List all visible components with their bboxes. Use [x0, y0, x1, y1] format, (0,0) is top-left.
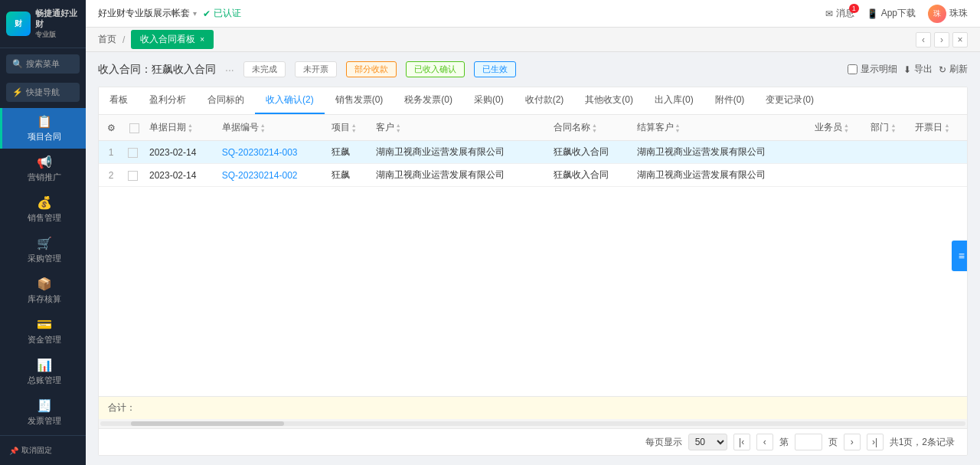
col-open-date: 开票日 ▲▼ — [910, 115, 967, 141]
sort-number[interactable]: 单据编号 ▲▼ — [222, 121, 266, 134]
sidebar-item-capital[interactable]: 💳 资金管理 — [0, 311, 86, 352]
refresh-button[interactable]: ↻ 刷新 — [939, 63, 968, 76]
sidebar-item-label: 销售管理 — [28, 212, 61, 224]
settings-icon[interactable]: ⚙ — [107, 123, 116, 133]
sidebar-item-general[interactable]: 📊 总账管理 — [0, 352, 86, 392]
scrollbar-thumb[interactable] — [131, 421, 284, 426]
app-download-button[interactable]: 📱 App下载 — [867, 7, 916, 20]
sort-department[interactable]: 部门 ▲▼ — [871, 121, 896, 134]
sort-settle-customer[interactable]: 结算客户 ▲▼ — [637, 121, 681, 134]
tab-payment[interactable]: 收付款(2) — [514, 87, 575, 114]
tab-change-log[interactable]: 变更记录(0) — [755, 87, 825, 114]
sort-salesman[interactable]: 业务员 ▲▼ — [815, 121, 849, 134]
row-department — [866, 164, 910, 187]
user-menu[interactable]: 珠 珠珠 — [928, 5, 968, 23]
status-btn-uninvoiced[interactable]: 未开票 — [295, 61, 337, 77]
pagination-page-suffix: 页 — [828, 436, 838, 449]
row-number-link[interactable]: SQ-20230214-003 — [222, 147, 298, 158]
row-num: 2 — [99, 164, 123, 187]
company-name: 好业财专业版展示帐套 — [98, 7, 190, 20]
quick-nav-button[interactable]: ⚡ 快捷导航 — [6, 83, 80, 102]
per-page-select[interactable]: 20 50 100 — [688, 434, 727, 450]
tab-profit[interactable]: 盈利分析 — [139, 87, 197, 114]
table-row[interactable]: 2 2023-02-14 SQ-20230214-002 狂飙 湖南卫视商业运营… — [99, 164, 967, 187]
horizontal-scrollbar[interactable] — [99, 419, 967, 428]
pagination-first-button[interactable]: |‹ — [733, 434, 750, 450]
sidebar-item-purchase[interactable]: 🛒 采购管理 — [0, 230, 86, 270]
contract-title-prefix: 收入合同： — [98, 63, 152, 75]
status-btn-incomplete[interactable]: 未完成 — [243, 61, 286, 77]
certified-text: 已认证 — [214, 7, 241, 20]
project-icon: 📋 — [37, 114, 52, 129]
sidebar-item-inventory[interactable]: 📦 库存核算 — [0, 270, 86, 311]
status-btn-confirmed[interactable]: 已收入确认 — [406, 61, 465, 77]
contract-more-button[interactable]: ··· — [225, 64, 234, 76]
row-check[interactable] — [123, 164, 145, 187]
sidebar-item-project[interactable]: 📋 项目合同 — [0, 108, 86, 149]
export-button[interactable]: ⬇ 导出 — [903, 63, 933, 76]
status-btn-effective[interactable]: 已生效 — [474, 61, 516, 77]
pagination-page-prefix: 第 — [779, 436, 789, 449]
scrollbar-track — [100, 421, 965, 426]
col-settle-customer: 结算客户 ▲▼ — [632, 115, 810, 141]
col-settings: ⚙ — [99, 115, 123, 141]
app-download-icon: 📱 — [867, 8, 878, 19]
tab-next-button[interactable]: › — [934, 32, 949, 47]
row-number: SQ-20230214-003 — [217, 141, 327, 164]
sidebar-item-sales[interactable]: 💰 销售管理 — [0, 189, 86, 230]
pagination-next-button[interactable]: › — [844, 434, 861, 450]
capital-icon: 💳 — [37, 317, 52, 332]
sort-contract[interactable]: 合同名称 ▲▼ — [554, 121, 597, 134]
row-number-link[interactable]: SQ-20230214-002 — [222, 170, 298, 181]
sidebar-item-invoice[interactable]: 🧾 发票管理 — [0, 392, 86, 433]
refresh-icon: ↻ — [939, 64, 946, 75]
inventory-icon: 📦 — [37, 277, 52, 291]
pagination-last-button[interactable]: ›| — [867, 434, 884, 450]
sidebar-menu: 📋 项目合同 📢 营销推广 💰 销售管理 🛒 采购管理 📦 库存核算 💳 资金管… — [0, 108, 86, 435]
tab-nav: ‹ › × — [916, 32, 968, 47]
company-selector-arrow: ▾ — [193, 9, 197, 18]
sort-open-date[interactable]: 开票日 ▲▼ — [915, 121, 949, 134]
sort-date[interactable]: 单据日期 ▲▼ — [149, 121, 193, 134]
float-expand-button[interactable]: ≡ — [952, 241, 967, 271]
search-menu-button[interactable]: 🔍 搜索菜单 — [6, 54, 80, 74]
message-button[interactable]: ✉ 1 消息 — [825, 7, 854, 20]
tab-income-confirm[interactable]: 收入确认(2) — [255, 87, 325, 114]
tab-close-icon[interactable]: × — [200, 35, 204, 44]
col-contract: 合同名称 ▲▼ — [549, 115, 632, 141]
tab-warehouse[interactable]: 出入库(0) — [644, 87, 704, 114]
table-footer: 合计： — [99, 396, 967, 419]
cancel-fixed-button[interactable]: 📌 取消固定 — [6, 442, 80, 459]
sidebar-item-label: 采购管理 — [28, 253, 61, 264]
tab-subject[interactable]: 合同标的 — [197, 87, 255, 114]
sidebar-item-marketing[interactable]: 📢 营销推广 — [0, 149, 86, 189]
sort-customer[interactable]: 客户 ▲▼ — [376, 121, 401, 134]
tab-attachment[interactable]: 附件(0) — [704, 87, 756, 114]
status-btn-partial-payment[interactable]: 部分收款 — [346, 61, 397, 77]
tab-kanban[interactable]: 看板 — [99, 87, 139, 114]
tab-prev-button[interactable]: ‹ — [916, 32, 931, 47]
col-date: 单据日期 ▲▼ — [145, 115, 217, 141]
app-sub: 专业版 — [35, 30, 80, 40]
table-row[interactable]: 1 2023-02-14 SQ-20230214-003 狂飙 湖南卫视商业运营… — [99, 141, 967, 164]
company-selector[interactable]: 好业财专业版展示帐套 ▾ — [98, 7, 197, 20]
tab-tax-invoice[interactable]: 税务发票(0) — [394, 87, 463, 114]
refresh-label: 刷新 — [949, 63, 968, 76]
row-open-date — [910, 164, 967, 187]
show-detail-checkbox-label[interactable]: 显示明细 — [848, 63, 897, 76]
tab-close-button[interactable]: × — [952, 32, 968, 47]
tab-income-contract[interactable]: 收入合同看板 × — [131, 30, 214, 49]
tab-sales-invoice[interactable]: 销售发票(0) — [325, 87, 394, 114]
pagination-prev-button[interactable]: ‹ — [756, 434, 773, 450]
logo-icon: 财 — [6, 11, 31, 36]
tab-purchase[interactable]: 采购(0) — [463, 87, 514, 114]
sort-project[interactable]: 项目 ▲▼ — [332, 121, 357, 134]
pagination-page-input[interactable]: 1 — [795, 434, 822, 450]
tab-other[interactable]: 其他收支(0) — [574, 87, 644, 114]
search-icon: 🔍 — [12, 59, 23, 69]
row-check[interactable] — [123, 141, 145, 164]
show-detail-checkbox[interactable] — [848, 64, 858, 74]
tab-home[interactable]: 首页 — [98, 28, 116, 51]
content-area: 收入合同：狂飙收入合同 ··· 未完成 未开票 部分收款 已收入确认 已生效 显… — [86, 52, 980, 465]
header-checkbox[interactable] — [129, 123, 139, 133]
